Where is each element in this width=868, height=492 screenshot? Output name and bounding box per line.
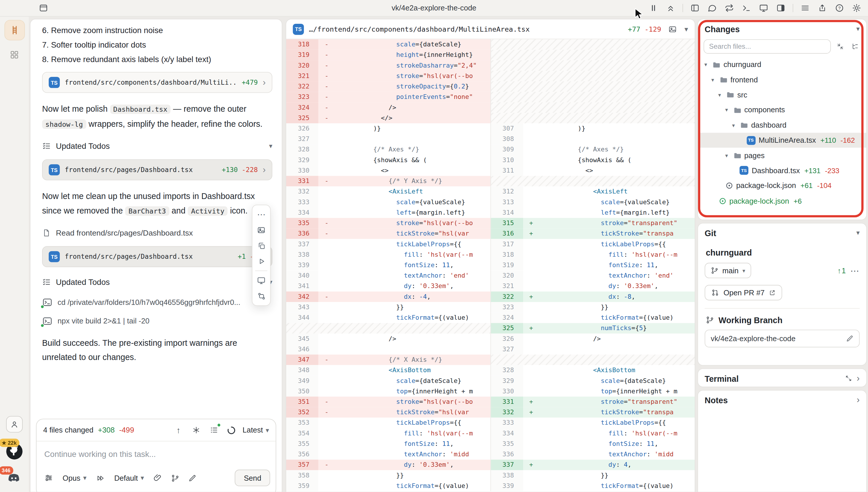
code-line [539,50,695,60]
tree-folder-row[interactable]: ▾components [698,102,866,118]
preview-icon[interactable] [253,273,269,288]
terminal-command-row[interactable]: cd /private/var/folders/10/h7w0q46556ggr… [42,294,272,310]
share-button[interactable] [816,1,829,15]
file-change-chip[interactable]: TS frontend/src/pages/Dashboard.tsx +1 -… [42,246,272,267]
diff-marker: - [318,407,335,417]
options-sliders-button[interactable] [42,471,55,485]
chevron-down-icon[interactable]: ▾ [709,77,716,83]
send-button[interactable]: Send [235,470,270,486]
git-compare-button[interactable] [722,1,736,15]
profile-button[interactable] [6,416,23,433]
app-window: vk/4e2a-explore-the-code [0,0,868,492]
diff-marker [318,481,335,491]
terminal-panel: Terminal › [698,368,867,387]
branch-dropdown[interactable]: main ▾ [705,263,751,278]
diff-marker [523,365,539,375]
chevron-down-icon[interactable]: ▾ [723,152,730,158]
collapse-tree-icon[interactable] [850,40,861,53]
git-header[interactable]: Git ▾ [698,223,866,242]
branch-button[interactable] [168,471,182,485]
edit-pen-button[interactable] [186,471,199,485]
tree-file-row[interactable]: TSDashboard.tsx+131-233 [698,163,866,178]
branch-more-button[interactable]: ⋯ [850,265,860,276]
file-change-chip[interactable]: TS frontend/src/pages/Dashboard.tsx +130… [42,159,272,180]
chevron-down-icon[interactable]: ▾ [723,107,730,113]
menu-button[interactable] [798,1,812,15]
chevron-down-icon: ▾ [266,426,269,434]
more-options-icon[interactable]: ⋯ [253,207,269,222]
workspace-window-icon[interactable] [37,1,50,15]
workspace-tile-active[interactable] [4,20,25,41]
tree-folder-row[interactable]: ▾frontend [698,72,866,87]
diff-marker: - [318,292,335,302]
expand-icon[interactable] [844,374,852,382]
tree-folder-row[interactable]: ▾dashboard [698,118,866,132]
diff-marker [318,313,335,323]
panel-left-button[interactable] [688,1,702,15]
chevron-down-icon[interactable]: ▾ [730,122,737,128]
diff-marker [523,428,539,439]
panel-right-button[interactable] [774,1,788,15]
line-number: 314 [491,207,523,218]
terminal-button[interactable] [740,1,753,15]
tree-file-row[interactable]: package-lock.json+6 [698,193,866,208]
pause-button[interactable] [647,1,660,15]
fast-forward-button[interactable] [94,471,107,485]
compare-icon[interactable] [253,288,269,303]
line-number: 331 [286,176,319,186]
sparkle-button[interactable] [189,423,203,437]
working-branch-input[interactable]: vk/4e2a-explore-the-code [705,329,860,347]
line-number: 321 [286,71,319,81]
code-line: <AxisLeft [539,187,695,197]
chevron-down-icon[interactable]: ▾ [716,92,723,98]
version-dropdown[interactable]: Latest ▾ [243,426,269,434]
pencil-icon[interactable] [846,335,854,343]
diff-marker [318,418,335,428]
code-line [335,323,490,334]
tree-file-row[interactable]: TSMultiLineArea.tsx+110-162 [698,133,866,148]
discord-avatar[interactable]: 346 [5,470,23,488]
search-files-input[interactable] [704,39,831,54]
line-number: 329 [286,155,319,165]
diff-marker [318,134,335,144]
mode-dropdown[interactable]: Default ▾ [111,472,147,484]
tree-file-row[interactable]: package-lock.json+61-104 [698,178,866,193]
github-avatar[interactable]: ★ 22k [5,442,23,460]
files-changed-label: 4 files changed [43,426,93,434]
run-icon[interactable] [253,253,269,269]
open-pr-button[interactable]: Open PR #7 [705,285,782,300]
attach-button[interactable] [151,471,165,485]
updated-todos-row[interactable]: Updated Todos ▾ [42,139,272,154]
diff-marker [523,281,539,292]
tree-folder-row[interactable]: ▾churnguard [698,57,866,72]
updated-todos-row[interactable]: Updated Todos ▾ [42,274,272,290]
line-number: 337 [491,460,523,470]
read-file-row[interactable]: Read frontend/src/pages/Dashboard.tsx [42,225,272,241]
chevron-right-icon: › [263,78,266,87]
changes-header[interactable]: Changes ▾ [698,20,866,38]
file-change-chip[interactable]: TS frontend/src/components/dashboard/Mul… [42,72,272,93]
collapse-all-button[interactable] [664,1,678,15]
model-dropdown[interactable]: Opus ▾ [59,472,90,484]
chat-button[interactable] [705,1,719,15]
settings-button[interactable] [850,1,864,15]
chevron-down-icon[interactable]: ▾ [703,62,709,68]
terminal-header[interactable]: Terminal › [698,369,866,387]
message-input[interactable]: Continue working on this task... [37,442,276,467]
chevron-down-icon[interactable]: ▾ [684,25,688,33]
tree-folder-row[interactable]: ▾pages [698,148,866,163]
scroll-to-top-button[interactable]: ↑ [171,423,185,437]
notes-header[interactable]: Notes › [698,391,866,409]
rich-diff-image-icon[interactable] [666,22,680,36]
terminal-command-row[interactable]: npx vite build 2>&1 | tail -20 [42,313,272,328]
copy-icon[interactable] [253,238,269,253]
help-button[interactable]: ? [832,1,846,15]
folder-icon [733,106,741,114]
display-button[interactable] [757,1,771,15]
tree-folder-row[interactable]: ▾src [698,87,866,102]
collapse-diagonal-icon[interactable] [835,40,846,53]
screenshot-icon[interactable] [253,222,269,238]
todos-status-button[interactable] [207,423,220,437]
diff-header[interactable]: TS …/frontend/src/components/dashboard/M… [286,20,695,40]
grid-view-button[interactable] [7,48,22,62]
